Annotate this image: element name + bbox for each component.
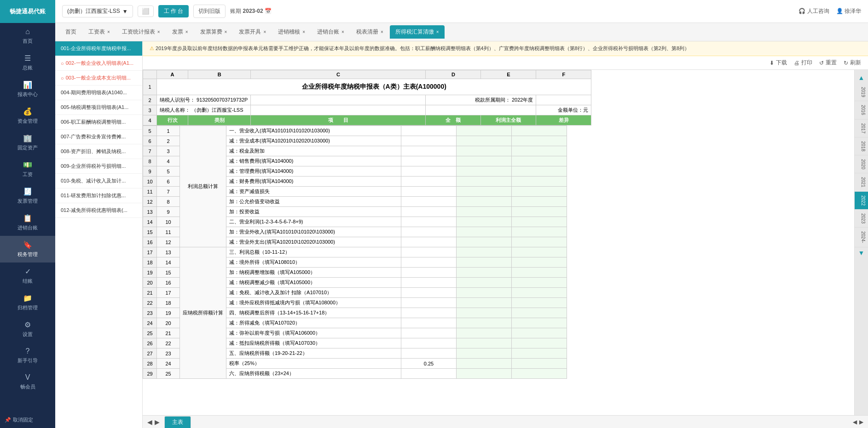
- sidebar-item-label: 结账: [23, 278, 33, 285]
- content-area: 001-企业所得税年度纳税申报... 002-一般企业收入明细表(A1... 0…: [55, 41, 868, 428]
- tax-icon: 🔖: [23, 240, 32, 249]
- left-panel-item-006[interactable]: 006-职工薪酬纳税调整明细...: [55, 115, 142, 130]
- tab-home[interactable]: 首页: [60, 25, 82, 39]
- sidebar-item-report-center[interactable]: 📊 报表中心: [0, 76, 55, 103]
- sidebar-item-fixed-assets[interactable]: 🏢 固定资产: [0, 129, 55, 156]
- close-tab-invoice[interactable]: ×: [185, 29, 188, 34]
- print-button[interactable]: 🖨 打印: [794, 59, 812, 67]
- sidebar-item-settlement[interactable]: ✓ 结账: [0, 263, 55, 289]
- sheet-tab-main[interactable]: 主表: [164, 416, 191, 428]
- year-2021[interactable]: 2021: [855, 173, 868, 191]
- sidebar-item-tax[interactable]: 🔖 税务管理: [0, 236, 55, 263]
- sidebar-item-sales[interactable]: 📋 进销台账: [0, 209, 55, 236]
- column-header-row: 4 行次 类别 项 目 全 额 利润主全额 差异: [143, 115, 591, 126]
- app-logo: 畅捷通易代账: [0, 0, 55, 23]
- sidebar-item-label: 畅会员: [20, 383, 35, 390]
- fund-icon: 💰: [23, 107, 32, 116]
- company-icon-btn[interactable]: ⬜: [138, 6, 154, 17]
- sheet-nav-left[interactable]: ◀: [147, 418, 152, 426]
- dropdown-icon: ▼: [122, 8, 128, 15]
- left-panel-item-009[interactable]: 009-企业所得税补亏损明细...: [55, 159, 142, 174]
- sidebar-item-guide[interactable]: ? 新手引导: [0, 342, 55, 369]
- sidebar-item-payroll[interactable]: 💵 工资: [0, 156, 55, 183]
- refresh-button[interactable]: ↻ 刷新: [844, 59, 861, 67]
- download-button[interactable]: ⬇ 下载: [770, 59, 787, 67]
- invoice-icon: 🧾: [23, 187, 32, 196]
- close-tab-payroll[interactable]: ×: [107, 29, 110, 34]
- sidebar-item-label: 报表中心: [17, 91, 38, 98]
- year-2018[interactable]: 2018: [855, 137, 868, 155]
- payroll-icon: 💵: [23, 160, 32, 169]
- close-tab-tax-settlement[interactable]: ×: [436, 29, 439, 34]
- table-row: 1713应纳税所得额计算三、利润总额（10-11-12）: [143, 247, 567, 257]
- left-panel-item-011[interactable]: 011-研发费用加计扣除优惠...: [55, 188, 142, 203]
- print-icon: 🖨: [794, 60, 799, 66]
- sheet-nav-arrows: ◀ ▶: [147, 418, 160, 426]
- refresh-icon: ↻: [844, 60, 848, 66]
- pin-icon: 📌: [5, 417, 11, 423]
- tab-payroll[interactable]: 工资表 ×: [83, 25, 116, 39]
- year-2020[interactable]: 2020: [855, 155, 868, 173]
- sidebar-item-archive[interactable]: 📁 归档管理: [0, 289, 55, 316]
- reset-button[interactable]: ↺ 重置: [819, 59, 837, 67]
- left-panel-item-005[interactable]: 005-纳税调整项目明细表(A1...: [55, 100, 142, 115]
- sidebar-item-general-ledger[interactable]: ☰ 总账: [0, 49, 55, 76]
- user-service[interactable]: 🎧 人工咨询: [799, 7, 829, 15]
- year-scroll-up[interactable]: ▲: [856, 72, 867, 83]
- tab-sales-ledger[interactable]: 进销台账 ×: [312, 25, 350, 39]
- scroll-left-btn[interactable]: ◀: [853, 419, 857, 425]
- top-bar: (勿删）江西服宝-LSS ▼ ⬜ 工 作 台 切到旧版 账期 2023-02 📅…: [55, 0, 868, 23]
- company-selector[interactable]: (勿删）江西服宝-LSS ▼: [62, 5, 133, 17]
- left-panel: 001-企业所得税年度纳税申报... 002-一般企业收入明细表(A1... 0…: [55, 41, 143, 428]
- year-2023[interactable]: 2023: [855, 210, 868, 228]
- close-tab-invoice-open[interactable]: ×: [263, 29, 266, 34]
- sidebar-item-label: 资金管理: [17, 118, 38, 125]
- left-panel-item-007[interactable]: 007-广告费和业务宣传费摊...: [55, 130, 142, 144]
- tab-invoice[interactable]: 发票 ×: [167, 25, 194, 39]
- close-tab-invoice-fee[interactable]: ×: [225, 29, 227, 34]
- year-2016[interactable]: 2016: [855, 101, 868, 119]
- left-panel-item-012[interactable]: 012-减免所得税优惠明细表(...: [55, 203, 142, 218]
- close-tab-sales-check[interactable]: ×: [302, 29, 305, 34]
- tab-invoice-open[interactable]: 发票开具 ×: [233, 25, 272, 39]
- assets-icon: 🏢: [23, 134, 32, 143]
- year-2017[interactable]: 2017: [855, 120, 868, 137]
- sidebar-item-label: 工资: [23, 171, 33, 178]
- ledger-icon: ☰: [24, 54, 31, 63]
- close-tab-payroll-stats[interactable]: ×: [157, 29, 160, 34]
- sheet-nav-right[interactable]: ▶: [155, 418, 160, 426]
- year-2024[interactable]: 2024-: [855, 228, 868, 247]
- workbench-button[interactable]: 工 作 台: [158, 5, 189, 17]
- left-panel-item-003[interactable]: 003-一般企业成本支出明细...: [55, 71, 142, 86]
- close-tab-tax-list[interactable]: ×: [381, 29, 383, 34]
- sidebar-item-fund[interactable]: 💰 资金管理: [0, 103, 55, 129]
- left-panel-item-008[interactable]: 008-资产折旧、摊销及纳税...: [55, 144, 142, 159]
- sidebar-item-member[interactable]: V 畅会员: [0, 369, 55, 395]
- spreadsheet-container[interactable]: A B C D E F: [143, 70, 854, 415]
- sidebar-item-home[interactable]: ⌂ 首页: [0, 23, 55, 49]
- cancel-fixed-btn[interactable]: 📌 取消固定: [0, 412, 55, 428]
- tab-tax-settlement[interactable]: 所得税汇算清缴 ×: [390, 25, 445, 39]
- left-panel-item-002[interactable]: 002-一般企业收入明细表(A1...: [55, 56, 142, 71]
- archive-icon: 📁: [23, 294, 32, 302]
- close-tab-sales-ledger[interactable]: ×: [341, 29, 344, 34]
- calendar-icon[interactable]: 📅: [265, 8, 272, 14]
- sidebar-item-settings[interactable]: ⚙ 设置: [0, 316, 55, 342]
- switch-version-button[interactable]: 切到旧版: [193, 5, 226, 18]
- tab-invoice-fee[interactable]: 发票算费 ×: [195, 25, 233, 39]
- year-scroll-down[interactable]: ▼: [856, 247, 867, 258]
- left-panel-item-010[interactable]: 010-免税、减计收入及加计...: [55, 174, 142, 188]
- data-table: 51利润总额计算一、营业收入(填写A101010\101020\103000)6…: [143, 126, 567, 379]
- tab-sales-check[interactable]: 进销稽核 ×: [272, 25, 311, 39]
- tab-payroll-stats[interactable]: 工资统计报表 ×: [116, 25, 166, 39]
- left-panel-item-001[interactable]: 001-企业所得税年度纳税申报...: [55, 41, 142, 56]
- year-2019[interactable]: 2019: [855, 83, 868, 101]
- left-panel-item-004[interactable]: 004-期间费用明细表(A1040...: [55, 86, 142, 100]
- year-2022[interactable]: 2022: [855, 192, 868, 210]
- sidebar-item-label: 总账: [23, 64, 33, 71]
- warning-bar: ⚠ 2019年度步及取以前年度结转数据的申报表单元格需要手工维护正确，才能保证本…: [143, 41, 868, 56]
- sidebar-item-invoice[interactable]: 🧾 发票管理: [0, 183, 55, 209]
- tab-tax-list[interactable]: 税表清册 ×: [351, 25, 389, 39]
- scroll-right-btn[interactable]: ▶: [859, 419, 863, 425]
- settings-icon: ⚙: [24, 320, 31, 329]
